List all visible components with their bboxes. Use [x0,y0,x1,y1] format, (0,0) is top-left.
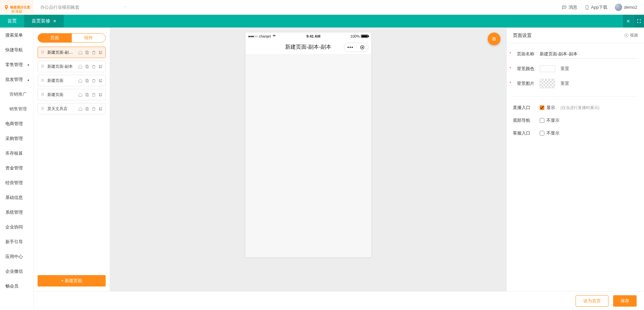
tabstrip-close-button[interactable] [623,15,633,28]
copy-icon[interactable] [85,107,89,111]
sidebar-item-guide[interactable]: 新手引导 [0,235,33,249]
floating-menu-button[interactable] [488,33,500,45]
delete-icon[interactable] [91,50,96,55]
capsule-close-button[interactable] [356,45,368,50]
bottom-action-bar: 设为首页 保存 [34,291,644,310]
page-list-item[interactable]: 新建页面 [38,75,106,86]
copy-icon[interactable] [85,79,89,83]
brand-logo[interactable]: 畅捷通好生意 标准版 [0,0,34,15]
capsule-menu-button[interactable] [344,46,356,48]
account-selector[interactable]: 办公品行业模拟账套 [40,4,127,10]
sidebar-item-basicinfo[interactable]: 基础信息 [0,190,33,205]
expand-icon [637,19,641,23]
phone-title: 新建页面-副本-副本 [285,44,332,51]
tabstrip-expand-button[interactable] [633,15,644,28]
bgimg-swatch[interactable] [540,79,555,88]
new-page-button[interactable]: + 新建页面 [38,275,106,287]
phone-body[interactable] [246,55,371,257]
copy-icon[interactable] [85,50,89,55]
svg-point-16 [362,47,363,48]
drag-handle-icon[interactable] [41,92,45,97]
sidebar-item-collab[interactable]: 企业协同 [0,220,33,235]
service-entry-checkbox[interactable]: 不显示 [540,130,559,136]
sidebar-item-operations[interactable]: 经营管理 [0,175,33,190]
drag-handle-icon[interactable] [41,50,45,55]
home-icon[interactable] [78,93,83,97]
bgimg-reset[interactable]: 重置 [560,81,569,87]
delete-icon[interactable] [91,79,96,83]
external-link-icon[interactable] [98,93,103,97]
page-item-name: 新建页面-副本 [47,64,75,69]
bgcolor-swatch[interactable] [540,65,555,72]
page-list-item[interactable]: 新建页面-副本 [38,61,106,72]
sidebar-item-appcenter[interactable]: 应用中心 [0,249,33,264]
svg-rect-7 [86,80,88,82]
drag-handle-icon[interactable] [41,78,45,83]
page-item-name: 新建页面 [47,78,75,84]
page-list-item[interactable]: 新建页面-副本-... [38,47,106,58]
bottom-nav-checkbox[interactable]: 不显示 [540,117,559,123]
live-show-checkbox[interactable]: 显示 [540,105,555,111]
bgcolor-reset[interactable]: 重置 [560,66,569,72]
sidebar-item-system[interactable]: 系统管理 [0,205,33,220]
external-link-icon[interactable] [98,64,103,69]
sidebar-item-quicknav[interactable]: 快捷导航 [0,43,33,57]
copy-icon[interactable] [85,64,89,69]
live-hint: (仅当进行直播时展示) [560,105,599,111]
page-name-input[interactable] [540,49,638,59]
canvas: ●●●○○ chanjet 9:41 AM 100% [110,28,506,291]
drag-handle-icon[interactable] [41,106,45,111]
phone-time: 9:41 AM [306,34,320,38]
tab-components[interactable]: 组件 [72,34,106,42]
sidebar-item-wechat[interactable]: 企业微信 [0,264,33,279]
sidebar: 搜索菜单 快捷导航 零售管理 ▾ 批发管理 ▴ 营销推广 销售管理 电商管理 采… [0,28,34,310]
drag-handle-icon[interactable] [41,64,45,69]
sidebar-item-sales[interactable]: 销售管理 [0,102,33,116]
video-help-link[interactable]: 视频 [624,33,638,38]
svg-rect-8 [86,93,88,96]
tab-page-decoration[interactable]: 首页装修 ✕ [24,15,64,28]
delete-icon[interactable] [91,107,96,111]
user-menu[interactable]: demo2 [615,4,637,11]
sidebar-item-member[interactable]: 畅会员 [0,279,33,294]
sidebar-item-wholesale[interactable]: 批发管理 ▴ [0,72,33,87]
sidebar-item-inventory[interactable]: 库存核算 [0,146,33,161]
delete-icon[interactable] [91,64,96,69]
home-icon[interactable] [78,64,83,69]
delete-icon[interactable] [91,93,96,97]
page-item-name: 新建页面 [47,92,75,98]
home-icon[interactable] [78,107,83,111]
username: demo2 [624,5,637,10]
svg-rect-10 [86,107,88,110]
home-icon[interactable] [78,79,83,83]
external-link-icon[interactable] [98,79,103,83]
page-list-item[interactable]: 昊天文具店 [38,103,106,114]
app-download-link[interactable]: App下载 [585,4,607,10]
sidebar-item-marketing[interactable]: 营销推广 [0,87,33,102]
set-home-button[interactable]: 设为首页 [576,295,608,307]
external-link-icon[interactable] [98,50,103,55]
copy-icon[interactable] [85,93,89,97]
tab-pages[interactable]: 页面 [38,34,72,42]
sidebar-item-retail[interactable]: 零售管理 ▾ [0,57,33,72]
tab-home[interactable]: 首页 [0,15,24,28]
sidebar-item-ecommerce[interactable]: 电商管理 [0,116,33,131]
page-list-panel: 页面 组件 新建页面-副本-...新建页面-副本新建页面新建页面昊天文具店 + … [34,28,110,291]
messages-link[interactable]: 消息 [561,4,577,10]
home-icon[interactable] [78,50,83,55]
external-link-icon[interactable] [98,107,103,111]
close-icon[interactable]: ✕ [53,19,56,23]
tab-label: 首页装修 [32,18,50,24]
svg-point-13 [350,47,351,48]
sidebar-item-purchase[interactable]: 采购管理 [0,131,33,146]
wifi-icon [272,34,276,38]
sidebar-item-search[interactable]: 搜索菜单 [0,28,33,43]
page-item-name: 昊天文具店 [47,106,75,112]
page-list-item[interactable]: 新建页面 [38,89,106,100]
brand-icon [4,5,9,10]
sidebar-item-finance[interactable]: 资金管理 [0,161,33,175]
message-icon [561,5,567,10]
service-entry-label: 客服入口 [513,130,534,136]
svg-rect-3 [86,51,88,54]
save-button[interactable]: 保存 [613,295,637,307]
